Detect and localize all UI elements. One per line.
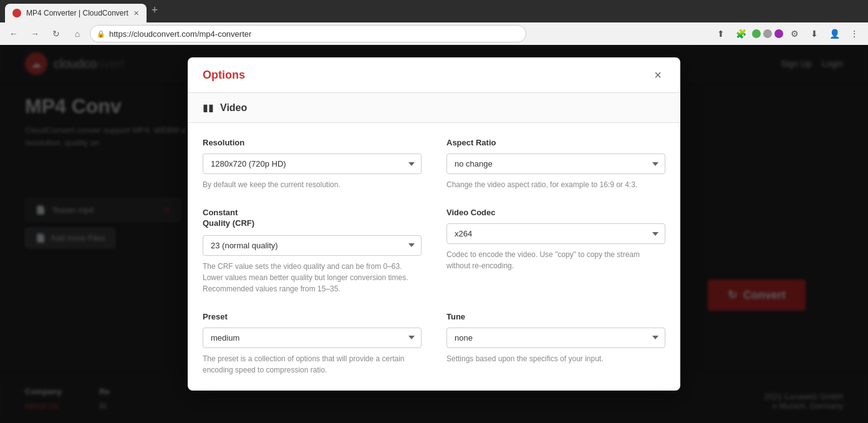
modal-body: Resolution 1280x720 (720p HD) no change … — [188, 123, 680, 391]
constant-quality-group: Constant Quality (CRF) 23 (normal qualit… — [203, 208, 422, 294]
aspect-ratio-help: Change the video aspect ratio, for examp… — [446, 179, 665, 190]
options-grid: Resolution 1280x720 (720p HD) no change … — [203, 138, 665, 376]
video-codec-help: Codec to encode the video. Use "copy" to… — [446, 249, 665, 271]
tab-title: MP4 Converter | CloudConvert — [26, 9, 128, 17]
address-bar[interactable]: 🔒 https://cloudconvert.com/mp4-converter — [90, 25, 526, 42]
new-tab-icon[interactable]: + — [147, 4, 163, 17]
browser-tab-bar: MP4 Converter | CloudConvert ✕ + — [0, 0, 868, 22]
modal-title: Options — [203, 69, 245, 82]
tab-favicon — [12, 9, 21, 17]
profile-indicator-gray — [763, 29, 772, 38]
settings-button[interactable]: ⚙ — [786, 25, 803, 42]
extensions-button[interactable]: 🧩 — [732, 25, 750, 42]
home-button[interactable]: ⌂ — [69, 25, 86, 42]
aspect-ratio-label: Aspect Ratio — [446, 138, 665, 147]
resolution-group: Resolution 1280x720 (720p HD) no change … — [203, 138, 422, 190]
browser-tab-active[interactable]: MP4 Converter | CloudConvert ✕ — [5, 4, 147, 22]
preset-label: Preset — [203, 312, 422, 321]
video-section-icon: ▮▮ — [203, 102, 214, 114]
aspect-ratio-select[interactable]: no change 16:9 4:3 1:1 9:16 — [446, 153, 665, 174]
preset-help: The preset is a collection of options th… — [203, 353, 422, 376]
aspect-ratio-group: Aspect Ratio no change 16:9 4:3 1:1 9:16… — [446, 138, 665, 190]
forward-button[interactable]: → — [26, 25, 44, 42]
options-modal: Options × ▮▮ Video Resolution 1280x720 (… — [188, 57, 680, 391]
tune-group: Tune none film animation grain stillimag… — [446, 312, 665, 376]
modal-header: Options × — [188, 57, 680, 93]
preset-group: Preset medium ultrafast superfast veryfa… — [203, 312, 422, 376]
share-button[interactable]: ⬆ — [712, 25, 730, 42]
lock-icon: 🔒 — [97, 30, 105, 38]
tune-label: Tune — [446, 312, 665, 321]
video-codec-select[interactable]: x264 x265 copy vp9 av1 — [446, 223, 665, 244]
constant-quality-help: The CRF value sets the video quality and… — [203, 261, 422, 294]
browser-chrome: MP4 Converter | CloudConvert ✕ + ← → ↻ ⌂… — [0, 0, 868, 45]
constant-quality-label: Constant Quality (CRF) — [203, 208, 422, 229]
tune-select[interactable]: none film animation grain stillimage fas… — [446, 328, 665, 348]
refresh-button[interactable]: ↻ — [47, 25, 65, 42]
profile-button[interactable]: 👤 — [826, 25, 843, 42]
profile-indicator-purple — [774, 29, 783, 38]
browser-toolbar: ← → ↻ ⌂ 🔒 https://cloudconvert.com/mp4-c… — [0, 22, 868, 45]
profile-indicator-green — [752, 29, 761, 38]
video-section-header: ▮▮ Video — [188, 93, 680, 123]
menu-button[interactable]: ⋮ — [846, 25, 863, 42]
downloads-button[interactable]: ⬇ — [806, 25, 823, 42]
resolution-select[interactable]: 1280x720 (720p HD) no change 3840x2160 (… — [203, 153, 422, 174]
tab-close-icon[interactable]: ✕ — [133, 9, 139, 17]
back-button[interactable]: ← — [5, 25, 22, 42]
video-codec-group: Video Codec x264 x265 copy vp9 av1 Codec… — [446, 208, 665, 294]
video-codec-label: Video Codec — [446, 208, 665, 217]
video-section-title: Video — [220, 102, 247, 114]
preset-select[interactable]: medium ultrafast superfast veryfast fast… — [203, 328, 422, 348]
resolution-label: Resolution — [203, 138, 422, 147]
modal-close-button[interactable]: × — [650, 67, 665, 82]
page-background: ☁ cloudconvert Sign Up Login MP4 Conv Cl… — [0, 45, 868, 423]
modal-overlay: Options × ▮▮ Video Resolution 1280x720 (… — [0, 45, 868, 423]
tune-help: Settings based upon the specifics of you… — [446, 353, 665, 364]
resolution-help: By default we keep the current resolutio… — [203, 179, 422, 190]
toolbar-actions: ⬆ 🧩 ⚙ ⬇ 👤 ⋮ — [712, 25, 863, 42]
constant-quality-select[interactable]: 23 (normal quality) 0 (best quality) 15 … — [203, 235, 422, 256]
url-text: https://cloudconvert.com/mp4-converter — [109, 29, 251, 39]
